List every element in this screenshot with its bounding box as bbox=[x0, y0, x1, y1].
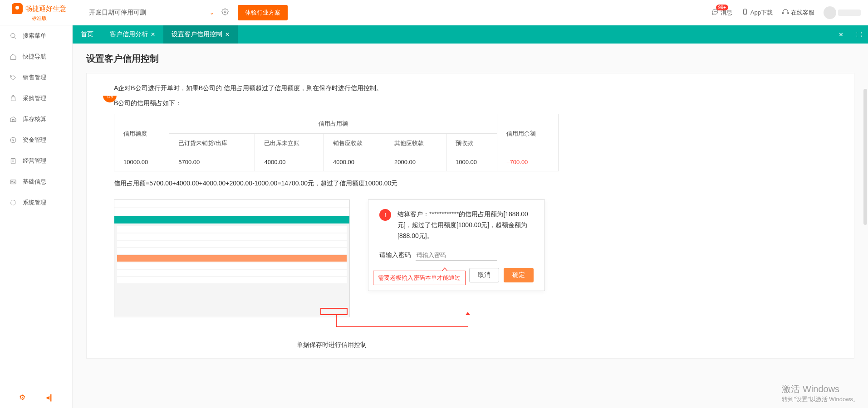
tab-credit-analysis[interactable]: 客户信用分析 ✕ bbox=[102, 25, 163, 44]
sidebar-item-label: 搜索菜单 bbox=[23, 32, 46, 40]
sidebar: 搜索菜单 快捷导航 销售管理 采购管理 库存核算 ¥ 资金管理 经营管理 基础信 bbox=[0, 25, 73, 408]
formula-text: 信用占用额=5700.00+4000.00+4000.00+2000.00-10… bbox=[114, 180, 845, 188]
th-col: 其他应收款 bbox=[385, 134, 446, 153]
mobile-icon bbox=[741, 8, 749, 17]
sidebar-item-inventory[interactable]: 库存核算 bbox=[0, 109, 72, 130]
intro-text-2: B公司的信用额占如下： bbox=[114, 99, 845, 107]
brand-block: 畅捷通好生意 标准版 bbox=[7, 3, 71, 22]
example-card: 例 A企对B公司进行开单时，如果B公司的 信用占用额超过了信用额度，则在保存时进… bbox=[86, 73, 854, 359]
coin-icon: ¥ bbox=[9, 136, 17, 144]
brand-edition: 标准版 bbox=[32, 15, 47, 22]
svg-point-8 bbox=[11, 34, 15, 38]
close-icon[interactable]: ✕ bbox=[151, 31, 155, 38]
sidebar-item-label: 基础信息 bbox=[23, 178, 46, 186]
password-input[interactable] bbox=[416, 250, 497, 261]
warehouse-icon bbox=[9, 115, 17, 123]
app-download-label: App下载 bbox=[750, 9, 773, 17]
username-placeholder bbox=[838, 10, 861, 16]
page-body: 设置客户信用控制 例 A企对B公司进行开单时，如果B公司的 信用占用额超过了信用… bbox=[73, 44, 868, 408]
illustration-caption: 单据保存时进行信用控制 bbox=[114, 341, 549, 349]
tab-label: 客户信用分析 bbox=[110, 30, 148, 39]
fullscreen-icon[interactable]: ⛶ bbox=[850, 25, 868, 44]
tab-home[interactable]: 首页 bbox=[73, 25, 102, 44]
avatar-icon bbox=[824, 6, 836, 19]
cell-limit: 10000.00 bbox=[114, 153, 169, 171]
settings-gear-icon[interactable] bbox=[221, 8, 229, 17]
sidebar-collapse-icon[interactable]: ◂∥ bbox=[46, 393, 53, 402]
cell-val: 4000.00 bbox=[324, 153, 385, 171]
top-header: 畅捷通好生意 标准版 开账日期可停用可删 ⌄ 体验行业方案 99+ 消息 App… bbox=[0, 0, 868, 25]
sidebar-item-system[interactable]: 系统管理 bbox=[0, 192, 72, 213]
credit-table: 信用额度 信用占用额 信用用余额 已订货未销货/出库 已出库未立账 销售应收款 … bbox=[114, 114, 559, 171]
cell-val: 2000.00 bbox=[385, 153, 446, 171]
try-industry-plan-button[interactable]: 体验行业方案 bbox=[238, 5, 288, 20]
svg-rect-7 bbox=[787, 12, 789, 14]
tag-icon bbox=[9, 73, 17, 82]
sidebar-item-operations[interactable]: 经营管理 bbox=[0, 151, 72, 171]
cell-val: 1000.00 bbox=[446, 153, 497, 171]
th-col: 销售应收款 bbox=[324, 134, 385, 153]
th-col: 已订货未销货/出库 bbox=[169, 134, 255, 153]
chevron-down-icon: ⌄ bbox=[210, 10, 214, 16]
sidebar-settings-icon[interactable]: ⚙ bbox=[19, 393, 25, 402]
sidebar-item-quick-nav[interactable]: 快捷导航 bbox=[0, 46, 72, 67]
sidebar-item-label: 采购管理 bbox=[23, 94, 46, 102]
save-highlight-box bbox=[320, 308, 348, 315]
cell-balance: −700.00 bbox=[497, 153, 558, 171]
account-period-selector[interactable]: 开账日期可停用可删 ⌄ bbox=[89, 9, 214, 17]
credit-warning-dialog: ! 结算客户：************的信用占用额为[1888.00元]，超过了… bbox=[368, 199, 545, 291]
svg-point-3 bbox=[716, 11, 716, 12]
cell-val: 4000.00 bbox=[255, 153, 324, 171]
tab-label: 首页 bbox=[81, 30, 93, 39]
cancel-button[interactable]: 取消 bbox=[469, 268, 499, 282]
svg-point-21 bbox=[11, 200, 16, 205]
customer-service-label: 在线客服 bbox=[791, 9, 814, 17]
tab-credit-control-settings[interactable]: 设置客户信用控制 ✕ bbox=[163, 25, 238, 44]
dialog-message: 结算客户：************的信用占用额为[1888.00元]，超过了信用… bbox=[397, 209, 534, 241]
svg-text:¥: ¥ bbox=[12, 139, 14, 142]
close-icon[interactable]: ✕ bbox=[225, 31, 230, 38]
brand-name: 畅捷通好生意 bbox=[25, 5, 66, 13]
close-all-tabs-icon[interactable]: ✕ bbox=[832, 25, 850, 44]
app-download-link[interactable]: App下载 bbox=[741, 8, 773, 17]
headset-icon bbox=[782, 8, 789, 17]
sidebar-item-label: 销售管理 bbox=[23, 73, 46, 82]
th-usage-group: 信用占用额 bbox=[169, 114, 497, 134]
sidebar-item-sales[interactable]: 销售管理 bbox=[0, 67, 72, 88]
alert-icon: ! bbox=[379, 209, 391, 221]
sidebar-item-label: 资金管理 bbox=[23, 136, 46, 144]
sidebar-item-funds[interactable]: ¥ 资金管理 bbox=[0, 130, 72, 151]
ok-button[interactable]: 确定 bbox=[504, 268, 534, 282]
home-icon bbox=[9, 53, 17, 61]
search-icon bbox=[9, 32, 17, 40]
bag-icon bbox=[9, 94, 17, 102]
sidebar-item-label: 系统管理 bbox=[23, 199, 46, 207]
tab-bar: 首页 客户信用分析 ✕ 设置客户信用控制 ✕ ✕ ⛶ bbox=[73, 25, 868, 44]
page-title: 设置客户信用控制 bbox=[86, 53, 854, 65]
svg-point-18 bbox=[11, 181, 13, 183]
sidebar-item-search[interactable]: 搜索菜单 bbox=[0, 25, 72, 46]
customer-service-link[interactable]: 在线客服 bbox=[782, 8, 814, 17]
password-note: 需要老板输入密码本单才能通过 bbox=[373, 271, 466, 285]
svg-point-0 bbox=[224, 11, 226, 13]
scrollbar-thumb[interactable] bbox=[863, 89, 867, 225]
svg-rect-6 bbox=[782, 12, 784, 14]
password-label: 请输入密码 bbox=[379, 251, 411, 259]
sidebar-item-basic-info[interactable]: 基础信息 bbox=[0, 171, 72, 192]
th-col: 已出库未立账 bbox=[255, 134, 324, 153]
sales-order-screenshot bbox=[114, 199, 350, 317]
sidebar-item-label: 经营管理 bbox=[23, 157, 46, 165]
sidebar-item-purchase[interactable]: 采购管理 bbox=[0, 88, 72, 109]
cell-val: 5700.00 bbox=[169, 153, 255, 171]
th-credit-limit: 信用额度 bbox=[114, 114, 169, 153]
sidebar-item-label: 库存核算 bbox=[23, 115, 46, 123]
sidebar-item-label: 快捷导航 bbox=[23, 53, 46, 61]
user-menu[interactable] bbox=[824, 6, 861, 19]
th-balance: 信用用余额 bbox=[497, 114, 558, 153]
password-note-text: 需要老板输入密码本单才能通过 bbox=[378, 274, 461, 281]
table-row: 10000.00 5700.00 4000.00 4000.00 2000.00… bbox=[114, 153, 559, 171]
svg-point-1 bbox=[714, 11, 715, 12]
messages-link[interactable]: 99+ 消息 bbox=[711, 8, 732, 17]
account-period-label: 开账日期可停用可删 bbox=[89, 9, 146, 17]
svg-point-2 bbox=[715, 11, 716, 12]
